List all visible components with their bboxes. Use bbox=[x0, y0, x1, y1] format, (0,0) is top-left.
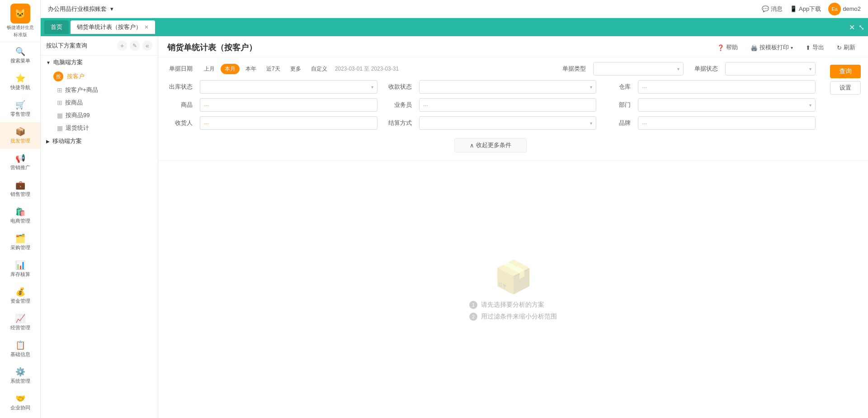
tree-desktop-group[interactable]: ▼ 电脑端方案 bbox=[41, 56, 158, 69]
filter-row-goods: 商品 ··· 业务员 ··· 部门 ▾ bbox=[165, 98, 816, 112]
tree-item-return-stats[interactable]: ▦ 退货统计 bbox=[46, 122, 158, 134]
tree-item-by-goods99[interactable]: ▦ 按商品99 bbox=[46, 109, 158, 122]
message-btn[interactable]: 💬 消息 bbox=[762, 5, 783, 13]
sidebar-item-shortcut[interactable]: ⭐ 快捷导航 bbox=[0, 69, 40, 95]
refresh-label: 刷新 bbox=[844, 43, 855, 52]
export-btn[interactable]: ⬆ 导出 bbox=[802, 42, 828, 53]
date-range-display: 2023-03-01 至 2023-03-31 bbox=[335, 65, 399, 73]
ecommerce-icon: 🛍️ bbox=[15, 207, 25, 217]
sidebar-item-purchase[interactable]: 🗂️ 采购管理 bbox=[0, 229, 40, 256]
app-sub-label: 标准版 bbox=[14, 32, 27, 38]
tab-home[interactable]: 首页 bbox=[44, 20, 69, 34]
print-arrow: ▾ bbox=[791, 45, 793, 50]
brand-label: 品牌 bbox=[604, 119, 631, 127]
date-btn-more[interactable]: 更多 bbox=[286, 64, 305, 74]
app-download-btn[interactable]: 📱 App下载 bbox=[790, 5, 821, 13]
order-status-label: 单据状态 bbox=[691, 65, 718, 73]
empty-tip-1: 1 请先选择要分析的方案 bbox=[469, 301, 557, 309]
add-scheme-btn[interactable]: + bbox=[117, 41, 127, 51]
sidebar-item-enterprise[interactable]: 🤝 企业协同 bbox=[0, 389, 40, 416]
empty-tips: 1 请先选择要分析的方案 2 用过滤条件来缩小分析范围 bbox=[469, 301, 557, 321]
order-type-select[interactable]: ▾ bbox=[593, 62, 684, 76]
left-panel: 按以下方案查询 + ✎ « ▼ 电脑端方案 bbox=[41, 36, 158, 418]
header-right: 💬 消息 📱 App下载 Ea demo2 bbox=[762, 3, 861, 15]
bar-icon-1: ▦ bbox=[57, 112, 63, 119]
user-menu[interactable]: Ea demo2 bbox=[828, 3, 861, 15]
close-window-btn[interactable]: ✕ bbox=[849, 23, 855, 32]
receiver-label: 收货人 bbox=[165, 119, 193, 127]
tree-mobile-group[interactable]: ▶ 移动端方案 bbox=[41, 134, 158, 148]
date-btn-custom[interactable]: 自定义 bbox=[307, 64, 331, 74]
date-shortcuts: 上月 本月 本年 近7天 更多 自定义 bbox=[200, 64, 331, 74]
empty-tip-2: 2 用过滤条件来缩小分析范围 bbox=[469, 313, 557, 321]
basic-icon: 📋 bbox=[15, 340, 25, 350]
tab-controls: ✕ ⤡ bbox=[849, 23, 864, 32]
filter-container: 单据日期 上月 本月 本年 近7天 更多 自定义 2023-03-01 至 20… bbox=[158, 57, 868, 161]
tree-item-by-goods[interactable]: ⊞ 按商品 bbox=[46, 96, 158, 109]
sidebar-item-marketing[interactable]: 📢 营销推广 bbox=[0, 149, 40, 176]
left-panel-actions: + ✎ « bbox=[117, 41, 152, 51]
tab-close-btn[interactable]: ✕ bbox=[144, 24, 149, 30]
payment-method-select[interactable]: ▾ bbox=[419, 116, 597, 130]
refresh-btn[interactable]: ↻ 刷新 bbox=[833, 42, 859, 53]
query-button[interactable]: 查询 bbox=[830, 65, 861, 78]
bar-icon-2: ▦ bbox=[57, 124, 63, 132]
date-btn-last-month[interactable]: 上月 bbox=[200, 64, 219, 74]
order-status-select[interactable]: ▾ bbox=[725, 62, 816, 76]
payment-status-select[interactable]: ▾ bbox=[419, 80, 597, 94]
tree-item-by-customer-goods[interactable]: ⊞ 按客户+商品 bbox=[46, 84, 158, 96]
collapse-icon: « bbox=[146, 42, 149, 49]
collapse-filter-btn[interactable]: ∧ 收起更多条件 bbox=[454, 138, 527, 152]
goods-select[interactable]: ··· bbox=[200, 98, 377, 112]
filter-row-status: 出库状态 ▾ 收款状态 ▾ 仓库 ··· bbox=[165, 80, 816, 94]
tab-sales-stats[interactable]: 销货单统计表（按客户） ✕ bbox=[71, 20, 155, 34]
sidebar-item-wholesale[interactable]: 📦 批发管理 bbox=[0, 122, 40, 149]
sidebar-item-basic[interactable]: 📋 基础信息 bbox=[0, 336, 40, 362]
payment-status-arrow: ▾ bbox=[590, 85, 592, 90]
header-left: 办公用品行业模拟账套 ▾ bbox=[48, 5, 113, 13]
sidebar-item-search[interactable]: 🔍 搜索菜单 bbox=[0, 42, 40, 69]
help-btn[interactable]: ❓ 帮助 bbox=[713, 42, 741, 53]
filter-row-date: 单据日期 上月 本月 本年 近7天 更多 自定义 2023-03-01 至 20… bbox=[165, 62, 816, 76]
action-buttons: 查询 设置 bbox=[830, 57, 868, 161]
sidebar-item-ecommerce[interactable]: 🛍️ 电商管理 bbox=[0, 202, 40, 229]
receiver-select[interactable]: ··· bbox=[200, 116, 377, 130]
refresh-icon: ↻ bbox=[837, 44, 842, 51]
date-btn-this-year[interactable]: 本年 bbox=[241, 64, 260, 74]
date-btn-this-month[interactable]: 本月 bbox=[221, 64, 240, 74]
sidebar-item-retail[interactable]: 🛒 零售管理 bbox=[0, 95, 40, 122]
salesman-select[interactable]: ··· bbox=[419, 98, 597, 112]
tree-item-by-customer[interactable]: 按 按客户 bbox=[46, 69, 158, 84]
active-dot: 按 bbox=[53, 71, 63, 81]
sidebar-item-operation[interactable]: 📈 经营管理 bbox=[0, 309, 40, 336]
department-select[interactable]: ▾ bbox=[638, 98, 816, 112]
empty-illustration: 📦 bbox=[494, 258, 533, 295]
sidebar-item-sales[interactable]: 💼 销售管理 bbox=[0, 176, 40, 202]
left-panel-header: 按以下方案查询 + ✎ « bbox=[41, 36, 158, 56]
message-icon: 💬 bbox=[762, 5, 769, 12]
payment-method-arrow: ▾ bbox=[590, 121, 592, 126]
tree-mobile-label: 移动端方案 bbox=[52, 137, 82, 145]
sidebar-item-newbie[interactable]: 🎯 新手引导 bbox=[0, 416, 40, 418]
out-status-select[interactable]: ▾ bbox=[200, 80, 377, 94]
download-icon: 📱 bbox=[790, 5, 797, 12]
maximize-window-btn[interactable]: ⤡ bbox=[859, 23, 864, 32]
brand-select[interactable]: ··· bbox=[638, 116, 816, 130]
settings-button[interactable]: 设置 bbox=[830, 81, 861, 95]
sidebar-item-finance[interactable]: 💰 资金管理 bbox=[0, 282, 40, 309]
content-area: 按以下方案查询 + ✎ « ▼ 电脑端方案 bbox=[41, 36, 868, 418]
top-header: 办公用品行业模拟账套 ▾ 💬 消息 📱 App下载 Ea demo2 bbox=[41, 0, 868, 18]
edit-scheme-btn[interactable]: ✎ bbox=[130, 41, 140, 51]
message-label: 消息 bbox=[771, 5, 783, 13]
print-btn[interactable]: 🖨️ 按模板打印 ▾ bbox=[747, 42, 797, 53]
filter-row-receiver: 收货人 ··· 结算方式 ▾ 品牌 ··· bbox=[165, 116, 816, 130]
help-icon: ❓ bbox=[717, 44, 724, 51]
grid-icon-1: ⊞ bbox=[57, 86, 62, 94]
collapse-panel-btn[interactable]: « bbox=[142, 41, 152, 51]
sidebar-item-inventory[interactable]: 📊 库存核算 bbox=[0, 256, 40, 282]
sidebar-item-system[interactable]: ⚙️ 系统管理 bbox=[0, 362, 40, 389]
app-download-label: App下载 bbox=[799, 5, 821, 13]
logo-area[interactable]: 🐱 畅捷通好生意 标准版 bbox=[0, 0, 40, 42]
warehouse-select[interactable]: ··· bbox=[638, 80, 816, 94]
date-btn-7days[interactable]: 近7天 bbox=[262, 64, 284, 74]
